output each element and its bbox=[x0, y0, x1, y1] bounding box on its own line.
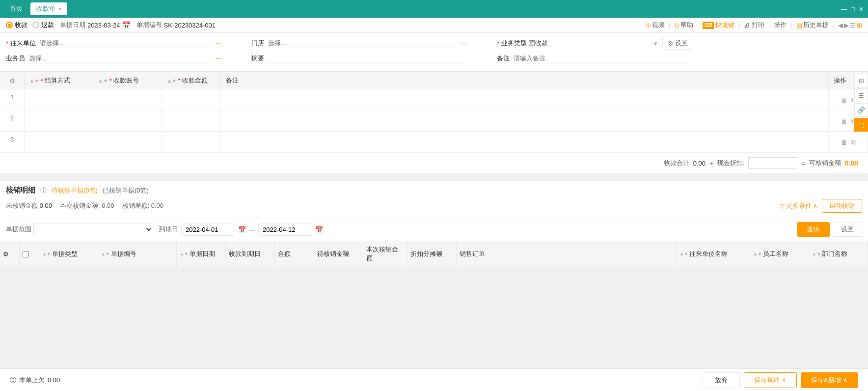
bth-discount: 折扣分摊额 bbox=[407, 241, 457, 267]
tab-active[interactable]: 收款单 × bbox=[30, 2, 67, 15]
save-draft-btn[interactable]: 保存草稿 ∧ bbox=[744, 372, 797, 388]
sidebar-icon-table[interactable]: ⊟ bbox=[854, 74, 868, 87]
bth-checkbox[interactable] bbox=[20, 241, 39, 267]
row3-note[interactable] bbox=[221, 132, 829, 152]
video-btn[interactable]: ⊙ 视频 bbox=[646, 21, 665, 29]
done-tab[interactable]: 已核销单据(0笔) bbox=[103, 186, 149, 195]
row2-amount[interactable] bbox=[162, 111, 221, 131]
row3-account[interactable] bbox=[93, 132, 162, 152]
row3-amount[interactable] bbox=[162, 132, 221, 152]
calendar-end-icon[interactable]: 📅 bbox=[315, 226, 323, 233]
row1-account[interactable] bbox=[93, 89, 162, 110]
calendar-start-icon[interactable]: 📅 bbox=[238, 226, 246, 233]
window-close-icon[interactable]: ✕ bbox=[859, 5, 864, 13]
sort-doc-date[interactable]: ▲▼ bbox=[180, 251, 189, 256]
sort-doc-type[interactable]: ▲▼ bbox=[42, 251, 51, 256]
bth-amount-label: 金额 bbox=[278, 250, 291, 258]
save-new-btn[interactable]: 保存&新增 ∧ bbox=[801, 372, 858, 388]
company-dots-btn[interactable]: ··· bbox=[216, 39, 222, 48]
bth-employee: ▲▼ 员工名称 bbox=[750, 241, 809, 267]
summary-input[interactable] bbox=[266, 54, 467, 63]
discount-input[interactable] bbox=[748, 157, 797, 169]
sort-company-name[interactable]: ▲▼ bbox=[679, 251, 688, 256]
prev-page-icon[interactable]: ◀ bbox=[838, 22, 843, 29]
due-date-end-input[interactable] bbox=[258, 223, 312, 236]
bottom-table-header: ⚙ ▲▼ 单据类型 ▲▼ 单据编号 ▲▼ 单据日期 收款到期日 金额 待核销金额… bbox=[0, 241, 868, 267]
range-label: 单据范围 bbox=[6, 225, 31, 234]
settings-btn[interactable]: ⚙ 设置 bbox=[662, 37, 693, 50]
tab-close-icon[interactable]: × bbox=[58, 6, 61, 12]
th-gear[interactable]: ⚙ bbox=[0, 72, 25, 89]
video-label: 视频 bbox=[652, 21, 665, 29]
history-btn[interactable]: ▤ 历史单据 bbox=[796, 21, 829, 29]
salesman-input[interactable] bbox=[27, 54, 214, 63]
next-page-icon[interactable]: ▶ bbox=[844, 22, 849, 29]
window-minimize-icon[interactable]: — bbox=[841, 5, 847, 13]
tab-home[interactable]: 首页 bbox=[4, 2, 28, 15]
biz-type-dropdown-icon[interactable]: ▾ bbox=[654, 40, 657, 47]
biz-type-required-star: * bbox=[497, 40, 499, 47]
shortcut-btn[interactable]: ⌨ 快捷键 bbox=[703, 21, 734, 29]
store-dots-btn[interactable]: ··· bbox=[461, 39, 467, 48]
sort-amount[interactable]: ▲▼ bbox=[167, 78, 177, 84]
window-restore-icon[interactable]: □ bbox=[851, 5, 855, 13]
sidebar-icon-link[interactable]: 🔗 bbox=[854, 103, 868, 117]
discount-label: 现金折扣: bbox=[717, 159, 745, 168]
bth-sales-order-label: 销售订单 bbox=[460, 250, 485, 258]
row3-payment[interactable] bbox=[25, 132, 93, 152]
eq-sign: = bbox=[801, 160, 805, 167]
filter-settings-btn[interactable]: 设置 bbox=[833, 222, 862, 237]
grid-view-icon[interactable]: ⊞ bbox=[857, 22, 862, 29]
salesman-dots-btn[interactable]: ··· bbox=[216, 54, 222, 63]
note-input[interactable] bbox=[512, 54, 693, 63]
row2-account[interactable] bbox=[93, 111, 162, 131]
sort-employee[interactable]: ▲▼ bbox=[753, 251, 762, 256]
camera-icon: ⬚ bbox=[858, 121, 864, 129]
number-field-group: 单据编号 SK-20230324-001 bbox=[136, 21, 216, 29]
row2-payment[interactable] bbox=[25, 111, 93, 131]
filter-row: 单据范围 到期日 📅 — 📅 查询 设置 bbox=[6, 218, 862, 241]
radio-shoukuan[interactable]: 收款 bbox=[6, 21, 27, 29]
company-input[interactable] bbox=[38, 38, 214, 48]
sort-doc-num[interactable]: ▲▼ bbox=[101, 251, 110, 256]
help-btn[interactable]: ⊙ 帮助 bbox=[674, 21, 693, 29]
sort-dept[interactable]: ▲▼ bbox=[812, 251, 821, 256]
row1-note[interactable] bbox=[221, 89, 829, 110]
bth-doc-date-label: 单据日期 bbox=[190, 250, 215, 258]
date-value: 2023-03-24 bbox=[87, 22, 120, 29]
sidebar-icon-camera[interactable]: ⬚ bbox=[854, 118, 868, 132]
auto-verify-btn[interactable]: 自动核销 bbox=[822, 199, 862, 213]
more-filter-btn[interactable]: ▽ 更多条件 ∧ bbox=[780, 201, 818, 210]
row2-note[interactable] bbox=[221, 111, 829, 131]
row1-delete-icon[interactable]: 🗑 bbox=[841, 96, 847, 104]
due-date-start-input[interactable] bbox=[181, 223, 235, 236]
range-filter-field: 单据范围 bbox=[6, 223, 153, 236]
verify-info-icon[interactable]: ⓘ bbox=[40, 186, 47, 195]
row3-copy-icon[interactable]: ⧉ bbox=[851, 138, 856, 146]
row3-delete-icon[interactable]: 🗑 bbox=[841, 138, 847, 146]
calendar-icon[interactable]: 📅 bbox=[122, 21, 131, 29]
sort-account[interactable]: ▲▼ bbox=[98, 78, 108, 84]
row2-delete-icon[interactable]: 🗑 bbox=[841, 117, 847, 125]
store-input[interactable] bbox=[266, 38, 459, 48]
row1-payment[interactable] bbox=[25, 89, 93, 110]
discard-btn[interactable]: 放弃 bbox=[703, 372, 740, 388]
bth-gear[interactable]: ⚙ bbox=[0, 241, 20, 267]
date-range-separator: — bbox=[249, 226, 255, 233]
pending-tab[interactable]: 待核销单据(0笔) bbox=[52, 186, 98, 195]
bth-discount-label: 折扣分摊额 bbox=[410, 250, 442, 258]
sidebar-icon-list[interactable]: ☰ bbox=[854, 88, 868, 102]
sort-payment[interactable]: ▲▼ bbox=[29, 78, 39, 84]
print-btn[interactable]: 🖨 打印 bbox=[744, 21, 764, 29]
operation-btn[interactable]: 操作 bbox=[774, 21, 787, 29]
radio-tuikuan[interactable]: 退款 bbox=[32, 21, 54, 29]
biz-type-value: 预收款 bbox=[529, 39, 652, 48]
bth-gear-icon: ⚙ bbox=[3, 251, 9, 258]
query-btn[interactable]: 查询 bbox=[797, 222, 830, 237]
select-all-checkbox[interactable] bbox=[23, 251, 29, 257]
video-icon: ⊙ bbox=[646, 22, 651, 29]
range-select[interactable] bbox=[33, 223, 153, 236]
row1-amount[interactable] bbox=[162, 89, 221, 110]
radio-dot-inactive bbox=[32, 22, 39, 28]
list-view-icon[interactable]: ☰ bbox=[850, 22, 856, 29]
